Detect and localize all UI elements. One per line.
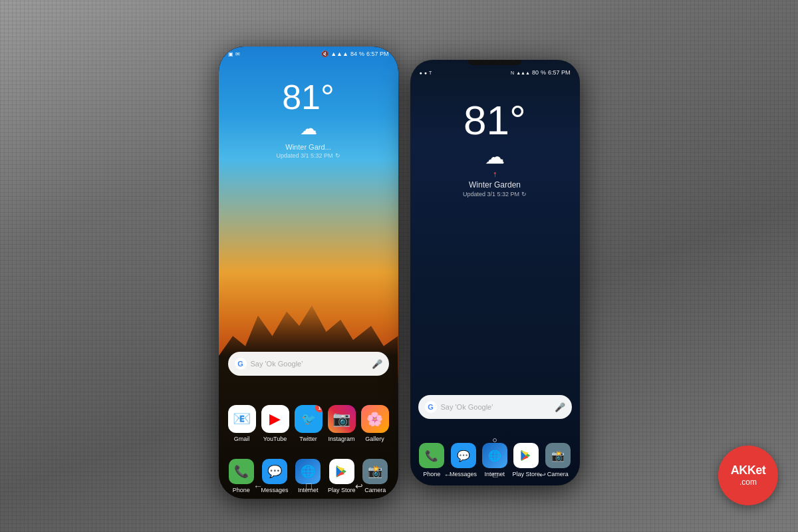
phone-right: ● ● T N ▲▲▲ 80% 6:57 PM 81° ☁ 📍 xyxy=(410,60,580,485)
twitter-badge: 1 xyxy=(315,405,323,412)
watermark-line1: AKKet xyxy=(731,464,766,477)
weather-updated-right: Updated 3/1 5:32 PM ↻ xyxy=(428,191,561,198)
nav-bar-left: ← □ ↩ xyxy=(219,473,398,499)
gallery-label: Gallery xyxy=(365,436,384,442)
battery-text: 84 xyxy=(350,51,357,57)
search-bar-right[interactable]: G Say 'Ok Google' 🎤 xyxy=(418,395,572,419)
weather-location-right: Winter Garden xyxy=(428,180,561,190)
phone-left: ▣ ✉ 🔇 ▲▲▲ 84% 6:57 PM 81° ☁ Winter Gard.… xyxy=(219,47,398,499)
nfc-icon: N xyxy=(511,70,514,75)
home-indicator-right xyxy=(493,438,497,442)
weather-widget-left: 81° ☁ Winter Gard... Updated 3/1 5:32 PM… xyxy=(276,80,340,159)
weather-pin-right: 📍 xyxy=(428,172,561,178)
mic-icon-right[interactable]: 🎤 xyxy=(555,402,565,412)
battery-text-right: 80 xyxy=(532,69,539,76)
twitter-icon: 🐦 1 xyxy=(295,405,323,433)
weather-cloud-left: ☁ xyxy=(276,118,340,139)
youtube-icon: ▶ xyxy=(261,405,289,433)
time-left: 6:57 PM xyxy=(366,51,389,57)
refresh-icon-right: ↻ xyxy=(521,191,527,198)
earpiece-right xyxy=(468,60,521,65)
google-logo-right: G xyxy=(425,401,437,413)
back-btn-right[interactable]: ← xyxy=(444,470,452,479)
back-btn-left[interactable]: ← xyxy=(253,481,263,491)
watermark: AKKet .com xyxy=(718,446,778,505)
nav-bar-right: ← □ ↩ xyxy=(410,464,580,485)
status-right-info-right: N ▲▲▲ 80% 6:57 PM xyxy=(511,69,570,76)
gallery-icon: 🌸 xyxy=(361,405,389,433)
weather-updated-left: Updated 3/1 5:32 PM ↻ xyxy=(276,152,340,159)
instagram-icon: 📷 xyxy=(328,405,356,433)
search-bar-left[interactable]: G Say 'Ok Google' 🎤 xyxy=(228,352,389,376)
status-right-info: 🔇 ▲▲▲ 84% 6:57 PM xyxy=(321,51,388,57)
search-placeholder-right: Say 'Ok Google' xyxy=(441,403,551,411)
playstore-svg-right xyxy=(519,449,533,462)
mic-icon-left[interactable]: 🎤 xyxy=(372,359,382,369)
signal-icon-right: ▲▲▲ xyxy=(516,70,530,75)
email-icon: ✉ xyxy=(235,51,240,57)
app-gallery[interactable]: 🌸 Gallery xyxy=(361,405,389,442)
app-row-left: 📧 Gmail ▶ YouTube 🐦 xyxy=(219,405,398,442)
status-left-icons-right: ● ● T xyxy=(420,70,432,75)
status-bar-right: ● ● T N ▲▲▲ 80% 6:57 PM xyxy=(410,65,580,80)
gmail-icon: 📧 xyxy=(228,405,256,433)
time-right: 6:57 PM xyxy=(548,69,571,76)
watermark-line2: .com xyxy=(739,477,757,487)
phones-container: ▣ ✉ 🔇 ▲▲▲ 84% 6:57 PM 81° ☁ Winter Gard.… xyxy=(219,47,580,499)
youtube-label: YouTube xyxy=(263,436,287,442)
recents-btn-left[interactable]: ↩ xyxy=(355,481,363,491)
app-instagram[interactable]: 📷 Instagram xyxy=(328,405,356,442)
notification-icon: ▣ xyxy=(228,51,233,57)
home-btn-left[interactable]: □ xyxy=(306,481,311,491)
home-btn-right[interactable]: □ xyxy=(493,470,497,479)
screen-left: ▣ ✉ 🔇 ▲▲▲ 84% 6:57 PM 81° ☁ Winter Gard.… xyxy=(219,47,398,499)
status-bar-left: ▣ ✉ 🔇 ▲▲▲ 84% 6:57 PM xyxy=(219,47,398,61)
status-icon-r3: T xyxy=(429,70,432,75)
weather-temp-right: 81° xyxy=(428,100,561,141)
instagram-label: Instagram xyxy=(328,436,354,442)
recents-btn-right[interactable]: ↩ xyxy=(539,470,546,479)
status-icon-r1: ● xyxy=(420,70,422,75)
google-logo-left: G xyxy=(235,358,247,370)
app-twitter[interactable]: 🐦 1 Twitter xyxy=(295,405,323,442)
scene: ▣ ✉ 🔇 ▲▲▲ 84% 6:57 PM 81° ☁ Winter Gard.… xyxy=(0,0,798,532)
search-placeholder-left: Say 'Ok Google' xyxy=(251,360,368,368)
status-left-icons: ▣ ✉ xyxy=(228,51,240,57)
mute-icon: 🔇 xyxy=(321,51,329,57)
screen-right: ● ● T N ▲▲▲ 80% 6:57 PM 81° ☁ 📍 xyxy=(410,60,580,485)
gmail-label: Gmail xyxy=(234,436,250,442)
weather-location-left: Winter Gard... xyxy=(276,143,340,151)
signal-icon: ▲▲▲ xyxy=(331,51,348,57)
app-gmail[interactable]: 📧 Gmail xyxy=(228,405,256,442)
app-youtube[interactable]: ▶ YouTube xyxy=(261,405,289,442)
weather-cloud-right: ☁ xyxy=(428,145,561,168)
status-icon-r2: ● xyxy=(424,70,427,75)
twitter-label: Twitter xyxy=(299,436,317,442)
refresh-icon: ↻ xyxy=(335,152,340,159)
weather-widget-right: 81° ☁ 📍 Winter Garden Updated 3/1 5:32 P… xyxy=(428,100,561,198)
weather-temp-left: 81° xyxy=(276,80,340,114)
